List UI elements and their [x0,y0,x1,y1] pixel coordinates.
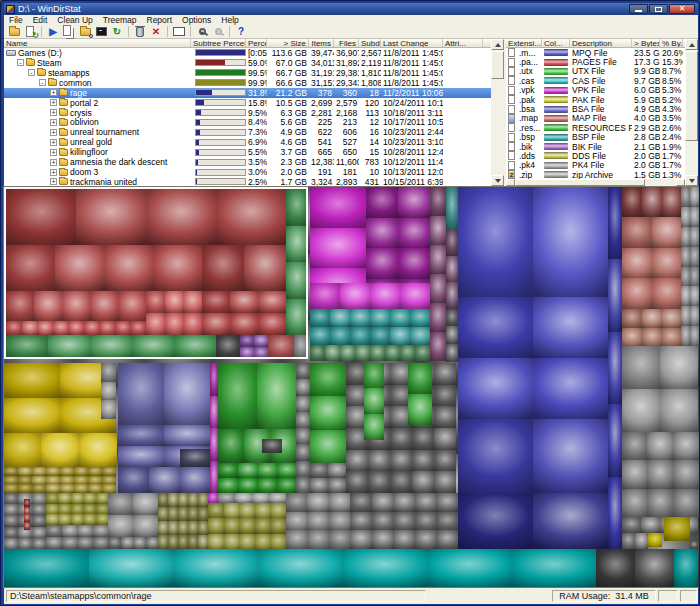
treemap-cell[interactable] [4,527,18,539]
treemap-cell[interactable] [622,460,648,489]
treemap-cell[interactable] [101,400,116,419]
treemap-cell[interactable] [533,297,608,358]
treemap-cell[interactable] [118,291,146,321]
treemap-cell[interactable] [340,345,355,361]
treemap-cell[interactable] [350,309,370,327]
expand-plus-icon[interactable]: + [50,139,57,146]
treemap-cell[interactable] [76,189,146,245]
treemap-cell[interactable] [393,493,415,512]
treemap-cell[interactable] [183,313,202,335]
refresh-all-button[interactable]: ↻ [22,25,38,38]
treemap-cell[interactable] [115,321,131,335]
treemap-cell[interactable] [18,467,32,476]
treemap-rect[interactable] [218,429,296,463]
treemap-cell[interactable] [310,283,340,309]
treemap-cell[interactable] [690,207,699,227]
treemap-cell[interactable] [258,313,286,335]
treemap-cell[interactable] [240,335,254,347]
treemap-cell[interactable] [385,345,400,361]
treemap-cell[interactable] [329,512,351,531]
ext-row-map[interactable]: .mapMAP File4.0 GB3.5% [506,114,685,123]
treemap-cell[interactable] [238,463,258,478]
treemap-cell[interactable] [101,363,116,382]
treemap-cell[interactable] [179,467,210,493]
scroll-up-button[interactable] [685,39,698,50]
treemap-cell[interactable] [412,471,434,493]
treemap-cell[interactable] [210,461,218,494]
treemap-cell[interactable] [208,493,218,503]
treemap-cell[interactable] [393,530,415,549]
treemap-cell[interactable] [257,478,277,493]
treemap-cell[interactable] [224,518,240,534]
treemap-cell[interactable] [673,432,699,461]
treemap-cell[interactable] [430,303,446,332]
treemap-cell[interactable] [102,476,116,485]
treemap-cell[interactable] [178,507,188,521]
treemap-cell[interactable] [370,309,390,327]
treemap-cell[interactable] [690,286,699,306]
treemap-cell[interactable] [198,535,208,549]
treemap-cell[interactable] [346,450,368,472]
treemap-cell[interactable] [88,476,102,485]
help-button[interactable]: ? [233,25,249,38]
treemap-cell[interactable] [446,256,458,283]
treemap-rect[interactable] [458,297,608,419]
treemap-cell[interactable] [6,189,76,245]
tree-row-trackmania-united[interactable]: +trackmania united2.5%1.7 GB3,3242,89343… [4,177,491,186]
treemap-cell[interactable] [340,283,370,309]
treemap-cell[interactable] [158,507,168,521]
treemap-cell[interactable] [430,332,446,361]
treemap-cell[interactable] [533,493,608,549]
treemap-cell[interactable] [208,534,224,550]
treemap-rect[interactable] [202,291,286,335]
treemap-cell[interactable] [146,313,165,335]
treemap-cell[interactable] [635,549,674,587]
treemap-rect[interactable] [6,321,146,335]
treemap-cell[interactable] [390,309,410,327]
treemap-cell[interactable] [165,313,184,335]
treemap-cell[interactable] [408,363,432,394]
treemap-cell[interactable] [642,187,662,217]
treemap-rect[interactable] [294,335,308,359]
treemap-cell[interactable] [58,504,71,515]
treemap-cell[interactable] [434,363,456,385]
treemap-cell[interactable] [372,530,394,549]
treemap-cell[interactable] [346,471,368,493]
treemap-cell[interactable] [430,274,446,303]
treemap-cell[interactable] [622,328,642,347]
treemap-cell[interactable] [269,493,286,503]
treemap-cell[interactable] [690,187,699,207]
treemap-cell[interactable] [96,504,109,515]
treemap-cell[interactable] [46,467,60,476]
treemap-cell[interactable] [18,484,32,493]
treemap-cell[interactable] [46,484,60,493]
treemap-cell[interactable] [596,549,635,587]
treemap-cell[interactable] [307,530,329,549]
treemap-cell[interactable] [436,530,458,549]
treemap-cell[interactable] [372,493,394,512]
treemap-cell[interactable] [257,363,296,429]
treemap-cell[interactable] [108,537,121,549]
treemap-cell[interactable] [310,309,330,327]
ext-row-pak[interactable]: .pakPAK File5.9 GB5.2% [506,95,685,104]
treemap-cell[interactable] [32,538,46,550]
treemap-cell[interactable] [430,216,446,245]
treemap-cell[interactable] [434,428,456,450]
treemap-rect[interactable] [6,335,216,359]
treemap-cell[interactable] [58,493,71,504]
treemap-rect[interactable] [310,309,430,345]
treemap-cell[interactable] [93,537,109,549]
treemap-rect[interactable] [202,245,286,291]
treemap-cell[interactable] [132,335,174,359]
treemap-cell[interactable] [430,245,446,274]
expand-plus-icon[interactable]: + [50,178,57,185]
treemap-rect[interactable] [310,363,346,463]
treemap-cell[interactable] [364,414,384,440]
treemap-cell[interactable] [46,514,59,525]
treemap-cell[interactable] [648,533,662,547]
treemap-cell[interactable] [133,537,146,549]
menu-edit[interactable]: Edit [28,15,53,25]
treemap-cell[interactable] [88,484,102,493]
treemap-cell[interactable] [79,433,117,467]
treemap-cell[interactable] [366,248,398,279]
